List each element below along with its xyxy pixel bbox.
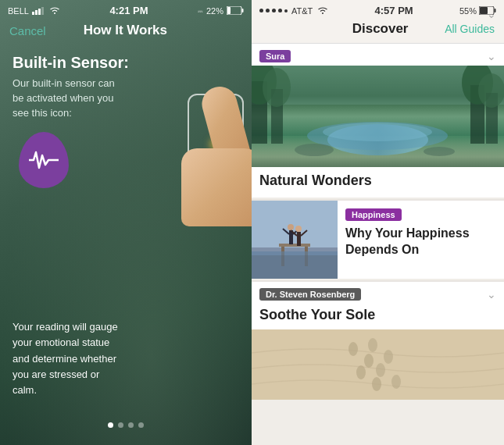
soothe-svg xyxy=(252,329,504,400)
svg-rect-2 xyxy=(38,9,41,15)
wifi-icon-right xyxy=(317,7,328,15)
wifi-icon xyxy=(49,7,60,15)
built-in-desc: Our built-in sensor can be activated whe… xyxy=(13,77,122,121)
svg-point-45 xyxy=(391,375,401,389)
carrier-signal: BELL xyxy=(8,6,60,16)
content-list: Sura ⌄ xyxy=(252,44,504,433)
sig-d2 xyxy=(266,9,270,12)
sig-d1 xyxy=(259,9,263,12)
dot-3 xyxy=(128,422,134,428)
right-panel: AT&T 4:57 PM 55% Discover All Guides xyxy=(252,0,504,445)
card-title-3: Soothe Your Sole xyxy=(252,304,504,329)
tag-sura: Sura xyxy=(259,50,291,62)
tag-rosenberg: Dr. Steven Rosenberg xyxy=(259,288,361,301)
nav-title-left: How It Works xyxy=(84,23,167,38)
battery-text: 22% xyxy=(206,6,223,16)
signal-icon xyxy=(32,7,46,15)
dot-1 xyxy=(108,422,113,428)
card-soothe[interactable]: Dr. Steven Rosenberg ⌄ Soothe Your Sole xyxy=(252,282,504,400)
built-in-title: Built-in Sensor: xyxy=(13,54,239,72)
svg-point-42 xyxy=(368,338,377,352)
card-title-2: Why Your Happiness Depends On xyxy=(345,226,496,258)
svg-point-14 xyxy=(263,68,291,107)
svg-rect-25 xyxy=(279,244,310,247)
svg-point-39 xyxy=(364,354,374,368)
svg-point-30 xyxy=(288,224,294,230)
tag-happiness: Happiness xyxy=(345,208,402,221)
nav-title-right: Discover xyxy=(352,21,409,37)
svg-rect-26 xyxy=(281,247,284,266)
carrier-right: AT&T xyxy=(291,6,313,16)
page-dots xyxy=(108,422,144,428)
svg-point-34 xyxy=(295,226,302,232)
battery-icon xyxy=(227,6,244,15)
sensor-icon xyxy=(19,132,69,188)
svg-point-21 xyxy=(295,144,334,156)
happiness-svg xyxy=(252,201,338,279)
svg-rect-3 xyxy=(41,7,44,15)
svg-rect-23 xyxy=(252,201,338,247)
svg-rect-33 xyxy=(297,232,301,246)
svg-point-20 xyxy=(478,73,504,108)
svg-point-16 xyxy=(323,123,432,141)
sig-d4 xyxy=(278,9,282,12)
chevron-icon-1: ⌄ xyxy=(487,50,496,62)
happiness-text-area: Happiness Why Your Happiness Depends On … xyxy=(338,201,504,279)
left-panel: BELL 4:21 PM ⎓ 22% Canc xyxy=(0,0,252,445)
all-guides-button[interactable]: All Guides xyxy=(445,23,495,35)
nav-bar-right: Discover All Guides xyxy=(252,20,504,44)
svg-point-43 xyxy=(384,350,393,364)
status-right-left: ⎓ 22% xyxy=(198,6,244,16)
dot-2 xyxy=(118,422,123,428)
nature-svg xyxy=(252,66,504,167)
chevron-icon-3: ⌄ xyxy=(487,288,496,301)
bluetooth-icon: ⎓ xyxy=(198,6,203,16)
left-content: Built-in Sensor: Our built-in sensor can… xyxy=(0,44,252,188)
happiness-image xyxy=(252,201,338,279)
time-right: 4:57 PM xyxy=(375,5,413,16)
svg-rect-27 xyxy=(305,247,308,266)
card-header-1: Sura ⌄ xyxy=(252,44,504,66)
signal-area: AT&T xyxy=(259,6,328,16)
battery-pct-right: 55% xyxy=(459,6,477,16)
carrier-text: BELL xyxy=(8,6,29,16)
natural-wonders-image xyxy=(252,66,504,167)
svg-rect-5 xyxy=(242,9,244,12)
svg-rect-0 xyxy=(32,12,34,15)
bottom-text: Your reading will gauge your emotional s… xyxy=(13,319,126,398)
svg-rect-6 xyxy=(227,7,231,14)
sig-d5 xyxy=(284,9,288,12)
dot-4 xyxy=(138,422,144,428)
svg-point-22 xyxy=(424,147,455,156)
waveform-icon xyxy=(29,149,59,171)
svg-point-44 xyxy=(376,363,385,377)
card-title-1: Natural Wonders xyxy=(252,167,504,198)
svg-rect-28 xyxy=(252,251,338,279)
card-natural-wonders[interactable]: Sura ⌄ xyxy=(252,44,504,198)
svg-rect-1 xyxy=(35,10,38,15)
svg-point-38 xyxy=(349,342,358,356)
status-bar-right: AT&T 4:57 PM 55% xyxy=(252,0,504,20)
nav-bar-left: Cancel How It Works xyxy=(0,20,252,44)
time-left: 4:21 PM xyxy=(109,5,148,16)
sig-d3 xyxy=(272,9,276,12)
card-happiness[interactable]: Happiness Why Your Happiness Depends On … xyxy=(252,201,504,279)
svg-point-41 xyxy=(372,377,381,391)
svg-point-40 xyxy=(356,365,366,379)
cancel-button[interactable]: Cancel xyxy=(9,24,46,37)
status-bar-left: BELL 4:21 PM ⎓ 22% xyxy=(0,0,252,20)
soothe-image xyxy=(252,329,504,400)
soothe-header: Dr. Steven Rosenberg ⌄ xyxy=(252,282,504,304)
